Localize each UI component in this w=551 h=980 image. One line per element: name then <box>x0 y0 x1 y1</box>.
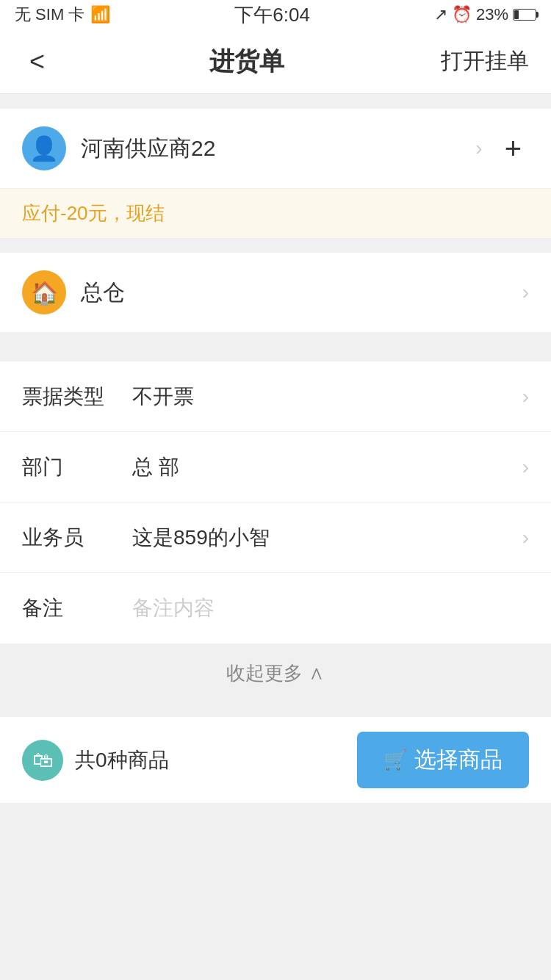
goods-count-text: 共0种商品 <box>75 746 169 774</box>
invoice-value: 不开票 <box>125 383 522 411</box>
remark-label: 备注 <box>22 594 125 622</box>
battery-icon <box>513 9 536 21</box>
carrier-label: 无 SIM 卡 <box>15 4 84 26</box>
dept-value: 总 部 <box>125 453 522 481</box>
supplier-section: 👤 河南供应商22 › + 应付-20元，现结 <box>0 109 551 238</box>
page-background <box>0 803 551 950</box>
open-pending-button[interactable]: 打开挂单 <box>441 46 529 76</box>
salesperson-value: 这是859的小智 <box>125 524 522 552</box>
goods-count-wrap: 🛍 共0种商品 <box>22 740 169 781</box>
remark-row[interactable]: 备注 备注内容 <box>0 573 551 644</box>
supplier-row[interactable]: 👤 河南供应商22 › + <box>0 109 551 189</box>
notice-text: 应付-20元，现结 <box>22 202 165 224</box>
time-label: 下午6:04 <box>234 2 310 28</box>
bottom-bar: 🛍 共0种商品 🛒 选择商品 <box>0 717 551 803</box>
person-icon: 👤 <box>29 134 59 162</box>
page-title: 进货单 <box>209 45 284 79</box>
home-icon: 🏠 <box>31 280 58 306</box>
alarm-icon: ⏰ <box>452 5 472 24</box>
chevron-right-salesperson-icon: › <box>522 526 529 550</box>
remark-input[interactable]: 备注内容 <box>125 594 529 622</box>
status-right: ↗ ⏰ 23% <box>434 5 536 24</box>
status-bar: 无 SIM 卡 📶 下午6:04 ↗ ⏰ 23% <box>0 0 551 29</box>
warehouse-row[interactable]: 🏠 总仓 › <box>0 253 551 332</box>
back-button[interactable]: < <box>22 39 52 84</box>
supplier-name: 河南供应商22 <box>81 134 475 164</box>
chevron-right-warehouse-icon: › <box>522 281 529 304</box>
status-left: 无 SIM 卡 📶 <box>15 4 110 26</box>
section-gap-1 <box>0 94 551 109</box>
invoice-row[interactable]: 票据类型 不开票 › <box>0 361 551 432</box>
supplier-avatar: 👤 <box>22 126 66 170</box>
salesperson-row[interactable]: 业务员 这是859的小智 › <box>0 502 551 573</box>
chevron-right-invoice-icon: › <box>522 385 529 408</box>
warehouse-icon-wrap: 🏠 <box>22 270 66 314</box>
warehouse-name: 总仓 <box>81 278 522 308</box>
battery-percent: 23% <box>476 5 508 24</box>
dept-label: 部门 <box>22 453 125 481</box>
warehouse-section: 🏠 总仓 › <box>0 253 551 332</box>
select-goods-button[interactable]: 🛒 选择商品 <box>357 732 529 788</box>
form-section: 票据类型 不开票 › 部门 总 部 › 业务员 这是859的小智 › 备注 备注… <box>0 361 551 644</box>
section-gap-2 <box>0 238 551 253</box>
section-gap-3 <box>0 332 551 347</box>
select-goods-label: 选择商品 <box>414 745 503 775</box>
supplier-actions: › + <box>475 132 529 165</box>
nav-bar: < 进货单 打开挂单 <box>0 29 551 94</box>
section-gap-4 <box>0 702 551 717</box>
cart-bag-icon: 🛍 <box>32 748 53 772</box>
collapse-label: 收起更多 ∧ <box>226 660 324 686</box>
chevron-right-icon: › <box>475 137 482 160</box>
chevron-right-dept-icon: › <box>522 455 529 479</box>
wifi-icon: 📶 <box>90 5 110 24</box>
collapse-section[interactable]: 收起更多 ∧ <box>0 644 551 702</box>
select-cart-icon: 🛒 <box>383 749 407 771</box>
location-icon: ↗ <box>434 5 447 24</box>
goods-icon-wrap: 🛍 <box>22 740 63 781</box>
invoice-label: 票据类型 <box>22 383 125 411</box>
notice-bar: 应付-20元，现结 <box>0 189 551 238</box>
salesperson-label: 业务员 <box>22 524 125 552</box>
dept-row[interactable]: 部门 总 部 › <box>0 432 551 502</box>
add-supplier-button[interactable]: + <box>497 132 529 165</box>
